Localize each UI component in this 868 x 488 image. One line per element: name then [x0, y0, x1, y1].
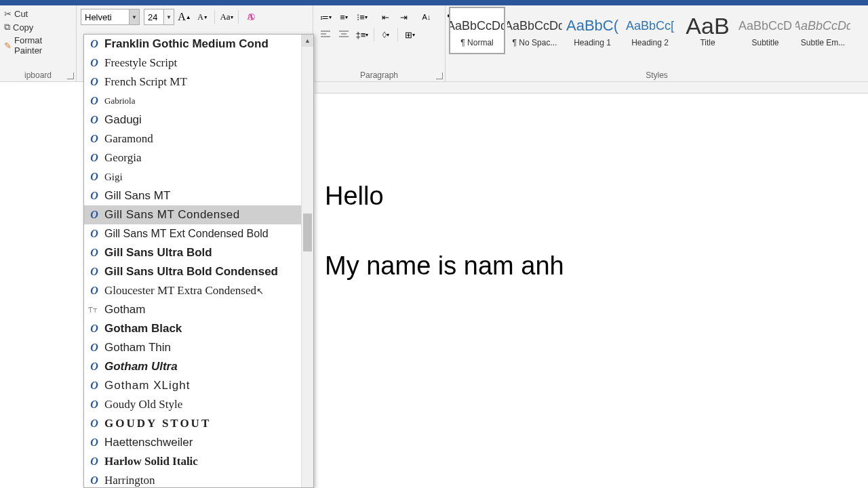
font-option-harlow-solid-italic[interactable]: OHarlow Solid Italic — [84, 452, 313, 471]
opentype-icon: O — [88, 247, 100, 259]
font-size-input[interactable] — [144, 9, 163, 24]
opentype-icon: O — [88, 95, 100, 107]
paragraph-launcher-icon[interactable] — [436, 73, 443, 79]
font-option-gigi[interactable]: OGigi — [84, 167, 313, 186]
document-line[interactable]: Hello — [315, 182, 868, 211]
shading-button[interactable]: ◊▾ — [378, 26, 394, 43]
grow-font-button[interactable]: A▲ — [176, 9, 193, 25]
font-option-goudy-old-style[interactable]: OGoudy Old Style — [84, 395, 313, 414]
brush-icon: ✎ — [4, 41, 12, 51]
font-option-gadugi[interactable]: OGadugi — [84, 110, 313, 129]
scroll-thumb[interactable] — [303, 214, 312, 251]
font-name-label: Gotham Black — [104, 322, 182, 336]
bullets-button[interactable]: ≔▾ — [317, 9, 334, 25]
decrease-indent-button[interactable]: ⇤ — [377, 9, 393, 25]
paragraph-group-label: Paragraph — [313, 69, 445, 81]
style-subtitle[interactable]: AaBbCcDSubtitle — [737, 7, 793, 54]
size-dropdown-button[interactable]: ▼ — [163, 9, 174, 24]
font-option-gabriola[interactable]: OGabriola — [84, 92, 313, 110]
font-option-georgia[interactable]: OGeorgia — [84, 148, 313, 167]
multilevel-list-button[interactable]: ⁝≡▾ — [354, 9, 370, 25]
font-name-label: Gill Sans MT Condensed — [104, 208, 240, 222]
shrink-font-button[interactable]: A▼ — [195, 9, 211, 25]
font-name-label: Haettenschweiler — [104, 436, 193, 449]
font-option-gill-sans-mt-ext-condensed-bold[interactable]: OGill Sans MT Ext Condensed Bold — [84, 224, 313, 243]
style-preview: AaBbC( — [565, 14, 620, 38]
clipboard-launcher-icon[interactable] — [67, 73, 74, 79]
font-name-label: Gill Sans MT — [104, 189, 170, 203]
copy-icon: ⧉ — [4, 22, 10, 33]
font-name-label: Gill Sans MT Ext Condensed Bold — [104, 228, 269, 240]
font-name-label: Gloucester MT Extra Condensed — [104, 284, 256, 298]
numbering-button[interactable]: ≡▾ — [336, 9, 352, 25]
scrollbar[interactable]: ▲ — [301, 35, 313, 487]
clear-formatting-button[interactable]: A⃠ — [242, 9, 258, 25]
font-option-gotham-black[interactable]: OGotham Black — [84, 319, 313, 338]
title-bar — [0, 0, 868, 5]
scroll-up-icon[interactable]: ▲ — [302, 35, 313, 47]
opentype-icon: O — [88, 436, 100, 449]
opentype-icon: O — [88, 57, 100, 69]
sort-button[interactable]: A↓ — [418, 9, 435, 25]
style-heading-1[interactable]: AaBbC(Heading 1 — [564, 7, 620, 54]
font-name-input[interactable] — [81, 9, 129, 24]
style-subtle-em---[interactable]: AaBbCcDdSubtle Em... — [795, 7, 851, 54]
paragraph-group: ≔▾ ≡▾ ⁝≡▾ ⇤ ⇥ A↓ ¶ ‡≡▾ ◊▾ ⊞▾ Paragraph — [313, 5, 446, 81]
truetype-icon: Ƭᴛ — [88, 306, 100, 314]
font-option-harrington[interactable]: OHarrington — [84, 471, 313, 488]
align-left-button[interactable] — [317, 26, 334, 43]
font-name-label: French Script MT — [104, 75, 187, 89]
cut-label: Cut — [14, 9, 28, 19]
document-area[interactable]: Hello My name is nam anh — [315, 94, 868, 488]
clipboard-group-label: ipboard — [0, 69, 76, 81]
styles-group: AaBbCcDd¶ NormalAaBbCcDd¶ No Spac...AaBb… — [446, 5, 868, 81]
font-size-combo[interactable]: ▼ — [144, 9, 174, 25]
borders-button[interactable]: ⊞▾ — [401, 26, 418, 43]
ruler[interactable] — [315, 82, 868, 94]
style---normal[interactable]: AaBbCcDd¶ Normal — [449, 7, 505, 54]
font-option-gotham-ultra[interactable]: OGotham Ultra — [84, 357, 313, 376]
opentype-icon: O — [88, 455, 100, 468]
font-dropdown-list[interactable]: OFranklin Gothic Medium CondOFreestyle S… — [83, 34, 314, 488]
format-painter-button[interactable]: ✎ Format Painter — [0, 34, 76, 57]
font-option-franklin-gothic-medium-cond[interactable]: OFranklin Gothic Medium Cond — [84, 35, 313, 54]
document-line[interactable]: My name is nam anh — [315, 251, 868, 281]
style-preview: AaBbCcDd — [450, 14, 504, 38]
font-option-gill-sans-ultra-bold[interactable]: OGill Sans Ultra Bold — [84, 243, 313, 262]
font-option-gloucester-mt-extra-condensed[interactable]: OGloucester MT Extra Condensed ↖ — [84, 281, 313, 300]
cut-button[interactable]: ✂ Cut — [0, 7, 76, 20]
font-option-haettenschweiler[interactable]: OHaettenschweiler — [84, 433, 313, 452]
font-name-combo[interactable]: ▼ — [81, 9, 140, 25]
change-case-button[interactable]: Aa▾ — [218, 9, 235, 25]
opentype-icon: O — [88, 361, 100, 373]
style-name-label: Heading 1 — [565, 38, 620, 47]
font-option-gill-sans-mt-condensed[interactable]: OGill Sans MT Condensed — [84, 205, 313, 224]
copy-button[interactable]: ⧉ Copy — [0, 20, 76, 34]
font-option-gotham[interactable]: ƬᴛGotham — [84, 300, 313, 319]
style-preview: AaBbCcDd — [795, 14, 850, 38]
increase-indent-button[interactable]: ⇥ — [395, 9, 412, 25]
font-option-gotham-xlight[interactable]: OGotham XLight — [84, 376, 313, 395]
style---no-spac---[interactable]: AaBbCcDd¶ No Spac... — [507, 7, 563, 54]
style-name-label: Subtle Em... — [795, 38, 850, 47]
separator — [214, 10, 215, 24]
style-name-label: Title — [680, 38, 735, 47]
font-option-goudy-stout[interactable]: OGOUDY STOUT — [84, 414, 313, 433]
font-option-french-script-mt[interactable]: OFrench Script MT — [84, 73, 313, 92]
font-dropdown-button[interactable]: ▼ — [129, 9, 139, 24]
font-option-garamond[interactable]: OGaramond — [84, 129, 313, 148]
align-center-button[interactable] — [336, 26, 352, 43]
line-spacing-button[interactable]: ‡≡▾ — [354, 26, 370, 43]
style-heading-2[interactable]: AaBbCc[Heading 2 — [622, 7, 678, 54]
font-option-gill-sans-mt[interactable]: OGill Sans MT — [84, 186, 313, 205]
copy-label: Copy — [13, 22, 33, 33]
opentype-icon: O — [88, 209, 100, 221]
opentype-icon: O — [88, 190, 100, 202]
font-option-gill-sans-ultra-bold-condensed[interactable]: OGill Sans Ultra Bold Condensed — [84, 262, 313, 281]
opentype-icon: O — [88, 323, 100, 335]
style-title[interactable]: AaBTitle — [679, 7, 736, 54]
font-option-freestyle-script[interactable]: OFreestyle Script — [84, 54, 313, 73]
opentype-icon: O — [88, 418, 100, 430]
clipboard-group: ✂ Cut ⧉ Copy ✎ Format Painter ipboard — [0, 5, 76, 81]
font-option-gotham-thin[interactable]: OGotham Thin — [84, 338, 313, 357]
